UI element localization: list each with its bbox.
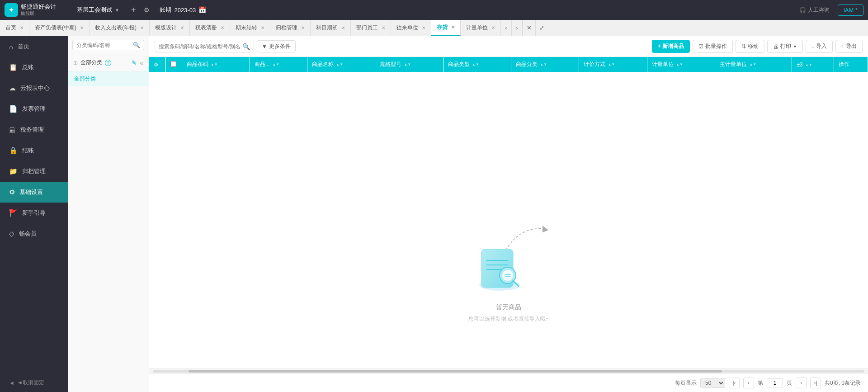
calendar-icon[interactable]: 📅 <box>198 6 206 14</box>
sort-name[interactable]: ▲▼ <box>336 62 343 66</box>
sort-spec[interactable]: ▲▼ <box>404 62 411 66</box>
tab-income[interactable]: 收入支出表(年报) ✕ <box>90 20 150 36</box>
sidebar-item-ledger[interactable]: 📋 总账 <box>0 57 68 78</box>
tab-period-close[interactable]: 期末结转 ✕ <box>230 20 270 36</box>
sort-code[interactable]: ▲▼ <box>272 62 279 66</box>
category-search-icon[interactable]: 🔍 <box>133 42 140 48</box>
data-table: ⚙ 商品条码 ▲▼ 商品... ▲▼ <box>149 57 868 185</box>
sidebar-item-invoice[interactable]: 📄 发票管理 <box>0 99 68 119</box>
tab-close-all-button[interactable]: ✕ <box>523 20 535 36</box>
select-all-checkbox[interactable] <box>170 61 176 67</box>
tab-prev-button[interactable]: ‹ <box>501 20 512 36</box>
tab-inventory[interactable]: 存货 ✕ <box>431 20 461 36</box>
tab-department[interactable]: 部门员工 ✕ <box>351 20 391 36</box>
tab-income-close[interactable]: ✕ <box>140 25 144 30</box>
move-button[interactable]: ⇅ 移动 <box>736 40 764 53</box>
sidebar-collapse-button[interactable]: ◄ ◄取消固定 <box>0 373 68 392</box>
tab-inventory-label: 存货 <box>437 24 448 31</box>
page-size-select[interactable]: 50 10 20 100 <box>700 378 725 388</box>
page-number-input[interactable] <box>767 378 783 387</box>
col-extra-label: ±3 <box>797 61 802 68</box>
iam-button[interactable]: iAM * <box>838 5 863 16</box>
col-main-unit: 主计量单位 ▲▼ <box>715 57 792 72</box>
sidebar-label-home: 首页 <box>18 43 29 51</box>
tab-template[interactable]: 模版设计 ✕ <box>150 20 190 36</box>
tab-tax[interactable]: 税表清册 ✕ <box>190 20 230 36</box>
settings-icon[interactable]: ⚙ <box>141 5 152 15</box>
col-check[interactable] <box>165 57 182 72</box>
sidebar-item-close[interactable]: 🔒 结账 <box>0 140 68 161</box>
tab-balance-close[interactable]: ✕ <box>80 25 84 30</box>
sidebar-item-home[interactable]: ⌂ 首页 <box>0 36 68 57</box>
more-filter-button[interactable]: ▼ 更多条件 <box>257 40 296 52</box>
col-config[interactable]: ⚙ <box>149 57 165 72</box>
print-dropdown-icon: ▼ <box>793 44 797 49</box>
sort-unit[interactable]: ▲▼ <box>676 62 683 66</box>
sidebar-item-archive[interactable]: 📁 归档管理 <box>0 161 68 182</box>
help-button[interactable]: 🎧 人工咨询 <box>796 5 833 16</box>
category-search-input[interactable] <box>76 42 131 48</box>
top-header: ✦ 畅捷通好会计 旗舰版 基层工会测试 ▼ + ⚙ 账期 2023-03 📅 🎧… <box>0 0 868 20</box>
tab-expand-button[interactable]: ⤢ <box>535 20 548 36</box>
tab-home-label: 首页 <box>5 24 16 32</box>
sort-price-method[interactable]: ▲▼ <box>608 62 615 66</box>
category-collapse-icon[interactable]: « <box>140 59 143 66</box>
company-selector[interactable]: 基层工会测试 ▼ <box>72 4 124 16</box>
tab-period-close-close[interactable]: ✕ <box>261 25 264 30</box>
sort-type[interactable]: ▲▼ <box>472 62 479 66</box>
page-prev-button[interactable]: ‹ <box>743 378 754 388</box>
col-name: 商品名称 ▲▼ <box>307 57 375 72</box>
sidebar-item-settings[interactable]: ⚙ 基础设置 <box>0 182 68 203</box>
tab-department-close[interactable]: ✕ <box>382 25 385 30</box>
app-version: 旗舰版 <box>21 10 56 17</box>
tab-subject-close[interactable]: ✕ <box>341 25 345 30</box>
sidebar-item-guide[interactable]: 🚩 新手引导 <box>0 203 68 223</box>
sort-category[interactable]: ▲▼ <box>540 62 547 66</box>
batch-ops-button[interactable]: ☑ 批量操作 <box>693 40 733 53</box>
category-edit-icon[interactable]: ✎ <box>132 59 137 66</box>
sort-main-unit[interactable]: ▲▼ <box>749 62 756 66</box>
sidebar-item-report[interactable]: ☁ 云报表中心 <box>0 78 68 99</box>
tab-customer[interactable]: 往来单位 ✕ <box>391 20 431 36</box>
add-tab-button[interactable]: + <box>128 4 139 17</box>
scrollbar-thumb[interactable] <box>189 370 722 373</box>
header-actions: 🎧 人工咨询 iAM * <box>796 5 863 16</box>
empty-sub-text: 您可以选择新增,或者直接导入哦~ <box>468 315 549 323</box>
tab-department-label: 部门员工 <box>356 24 378 32</box>
sort-extra[interactable]: ▲▼ <box>805 63 812 67</box>
tab-archive[interactable]: 归档管理 ✕ <box>270 20 311 36</box>
sidebar-item-tax[interactable]: 🏛 税务管理 <box>0 119 68 140</box>
export-label: 导出 <box>846 43 857 50</box>
print-button[interactable]: 🖨 打印 ▼ <box>767 40 803 53</box>
sidebar: ⌂ 首页 📋 总账 ☁ 云报表中心 📄 发票管理 🏛 税务管理 🔒 结账 📁 归… <box>0 36 68 392</box>
add-product-button[interactable]: + 新增商品 <box>652 40 690 53</box>
tab-home-close[interactable]: ✕ <box>20 25 24 30</box>
tab-inventory-close[interactable]: ✕ <box>451 25 455 30</box>
category-panel: 🔍 ⊞ 全部分类 ? ✎ « 全部分类 <box>68 36 149 392</box>
tab-next-button[interactable]: › <box>512 20 523 36</box>
page-next-button[interactable]: › <box>796 378 807 388</box>
tab-unit-close[interactable]: ✕ <box>491 25 495 30</box>
tab-archive-label: 归档管理 <box>276 24 297 32</box>
page-first-button[interactable]: |‹ <box>729 378 740 388</box>
tab-balance[interactable]: 资产负债表(中期) ✕ <box>29 20 90 36</box>
tab-home[interactable]: 首页 ✕ <box>0 20 29 36</box>
batch-ops-label: 批量操作 <box>705 43 727 50</box>
tab-unit[interactable]: 计量单位 ✕ <box>461 20 501 36</box>
tab-archive-close[interactable]: ✕ <box>301 25 305 30</box>
tab-balance-label: 资产负债表(中期) <box>35 24 76 32</box>
sort-barcode[interactable]: ▲▼ <box>211 62 218 66</box>
tab-tax-close[interactable]: ✕ <box>221 25 224 30</box>
tab-template-close[interactable]: ✕ <box>180 25 184 30</box>
tab-customer-close[interactable]: ✕ <box>422 25 425 30</box>
product-search-input[interactable] <box>159 43 241 50</box>
import-button[interactable]: ↓ 导入 <box>806 40 833 53</box>
empty-state: 暂无商品 您可以选择新增,或者直接导入哦~ <box>149 185 868 368</box>
sidebar-item-member[interactable]: ◇ 畅会员 <box>0 223 68 244</box>
category-item-all[interactable]: 全部分类 <box>68 71 149 86</box>
product-search-icon[interactable]: 🔍 <box>242 43 250 50</box>
tab-subject[interactable]: 科目期初 ✕ <box>311 20 351 36</box>
page-last-button[interactable]: ›| <box>810 378 821 388</box>
export-button[interactable]: ↑ 导出 <box>835 40 863 53</box>
col-ops: 操作 <box>834 57 868 72</box>
